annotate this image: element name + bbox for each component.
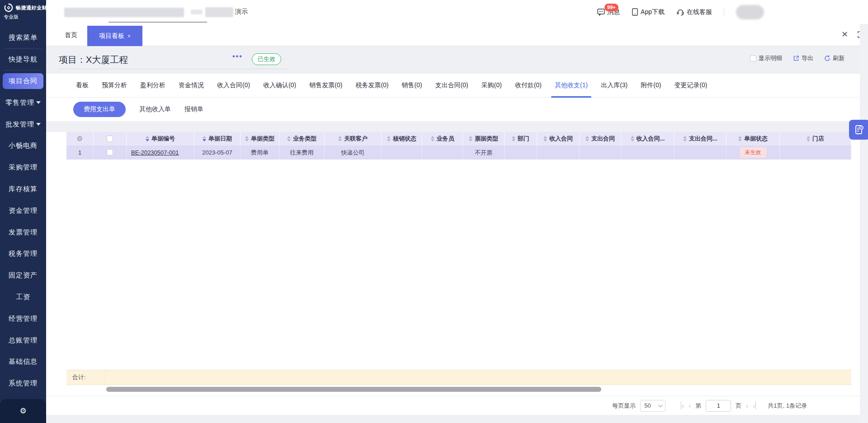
floating-doc-button[interactable] (849, 120, 868, 140)
sidebar-item-invoice[interactable]: 发票管理 (0, 221, 46, 243)
tab-income-confirm[interactable]: 收入确认(0) (263, 74, 296, 98)
subtab-reimbursement-docs[interactable]: 报销单 (184, 105, 203, 113)
sort-icon[interactable] (387, 136, 391, 141)
show-detail-checkbox[interactable]: 显示明细 (750, 54, 782, 62)
sidebar-item-project-contract[interactable]: 项目合同 (0, 70, 46, 92)
sidebar-item-ecommerce[interactable]: 小畅电商 (0, 135, 46, 157)
sidebar-item-system[interactable]: 系统管理 (0, 373, 46, 395)
sidebar-item-funds[interactable]: 资金管理 (0, 200, 46, 221)
tab-attachments[interactable]: 附件(0) (641, 74, 661, 98)
tab-board[interactable]: 看板 (76, 74, 89, 98)
sidebar-item-retail[interactable]: 零售管理 (0, 92, 46, 113)
sidebar-item-inventory[interactable]: 库存核算 (0, 179, 46, 200)
refresh-button[interactable]: 刷新 (824, 54, 844, 62)
col-doc-no[interactable]: 单据编号 (127, 132, 194, 146)
doc-clock-icon (854, 124, 865, 135)
last-page-button[interactable]: › (753, 402, 756, 409)
checkbox-icon[interactable] (107, 149, 113, 155)
horizontal-scrollbar[interactable] (66, 387, 851, 392)
settings-gear-icon[interactable]: ⚙ (19, 406, 26, 416)
sort-icon[interactable] (738, 136, 742, 141)
tab-expense-contract[interactable]: 支出合同(0) (435, 74, 468, 98)
sidebar-item-payroll[interactable]: 工资 (0, 287, 46, 308)
col-income-contract-more[interactable]: 收入合同... (621, 132, 675, 146)
sidebar-item-search-menu[interactable]: 搜索菜单 (0, 27, 46, 49)
sidebar-item-fixed-assets[interactable]: 固定资产 (0, 265, 46, 287)
close-panel-icon[interactable]: ✕ (841, 30, 848, 38)
close-tab-icon[interactable]: × (127, 33, 131, 39)
col-biz-type[interactable]: 业务类型 (279, 132, 325, 146)
sort-icon[interactable] (585, 136, 589, 141)
sidebar-item-operations[interactable]: 经营管理 (0, 308, 46, 329)
col-writeoff-status[interactable]: 核销状态 (382, 132, 422, 146)
row-checkbox-cell[interactable] (94, 146, 127, 160)
tab-income-contract[interactable]: 收入合同(0) (217, 74, 250, 98)
export-button[interactable]: 导出 (793, 54, 813, 62)
page-number-input[interactable] (706, 400, 731, 412)
sort-icon[interactable] (146, 136, 149, 141)
tab-purchase[interactable]: 采购(0) (481, 74, 502, 98)
messages-button[interactable]: 消息 99+ (597, 8, 620, 16)
tab-change-log[interactable]: 变更记录(0) (674, 74, 707, 98)
cell-salesperson (422, 146, 463, 160)
tab-profit-analysis[interactable]: 盈利分析 (140, 74, 165, 98)
col-expense-contract[interactable]: 支出合同 (580, 132, 621, 146)
col-invoice-type[interactable]: 票据类型 (463, 132, 505, 146)
col-doc-status[interactable]: 单据状态 (726, 132, 780, 146)
scrollbar-thumb[interactable] (106, 387, 601, 392)
select-all-checkbox[interactable] (94, 132, 127, 146)
sort-icon[interactable] (543, 136, 547, 141)
vertical-scroll-area[interactable] (860, 24, 868, 423)
sort-icon[interactable] (469, 136, 472, 141)
subtab-other-income-docs[interactable]: 其他收入单 (139, 105, 171, 113)
col-salesperson[interactable]: 业务员 (422, 132, 463, 146)
tab-home[interactable]: 首页 (65, 24, 77, 46)
col-expense-contract-more[interactable]: 支出合同... (675, 132, 726, 146)
col-income-contract[interactable]: 收入合同 (537, 132, 580, 146)
sidebar-item-wholesale[interactable]: 批发管理 (0, 113, 46, 135)
first-page-button[interactable]: ‹ (681, 402, 684, 409)
sort-icon[interactable] (512, 136, 515, 141)
user-avatar[interactable] (736, 5, 764, 19)
tab-payments[interactable]: 收付款(0) (515, 74, 542, 98)
online-support-button[interactable]: 在线客服 (676, 8, 712, 16)
sort-icon[interactable] (245, 136, 249, 141)
sort-icon[interactable] (287, 136, 291, 141)
tab-sales[interactable]: 销售(0) (402, 74, 422, 98)
sidebar-item-quick-nav[interactable]: 快捷导航 (0, 49, 46, 70)
sort-icon[interactable] (807, 136, 810, 141)
sidebar-item-general-ledger[interactable]: 总账管理 (0, 329, 46, 351)
prev-page-button[interactable]: ‹ (689, 402, 691, 409)
col-doc-date[interactable]: 单据日期 (194, 132, 241, 146)
tab-tax-invoice[interactable]: 税务发票(0) (355, 74, 388, 98)
next-page-button[interactable]: › (746, 402, 748, 409)
subtab-expense-docs[interactable]: 费用支出单 (73, 102, 126, 117)
col-department[interactable]: 部门 (505, 132, 537, 146)
col-doc-type[interactable]: 单据类型 (241, 132, 279, 146)
sort-icon[interactable] (431, 136, 434, 141)
per-page-select[interactable]: 50 (640, 400, 665, 412)
sort-icon[interactable] (683, 136, 687, 141)
tab-project-board[interactable]: 项目看板 × (87, 26, 142, 46)
col-customer[interactable]: 关联客户 (325, 132, 382, 146)
sort-icon[interactable] (338, 136, 342, 141)
sort-icon[interactable] (631, 136, 634, 141)
table-row[interactable]: 1 BE-20230507-001 2023-05-07 费用单 往来费用 快递… (66, 146, 851, 160)
tab-in-out-warehouse[interactable]: 出入库(3) (601, 74, 627, 98)
sidebar-item-purchase[interactable]: 采购管理 (0, 157, 46, 179)
app-download-button[interactable]: App下载 (632, 8, 665, 16)
col-store[interactable]: 门店 (780, 132, 851, 146)
column-settings[interactable]: ⚙ (66, 132, 94, 146)
sort-icon[interactable] (203, 136, 206, 141)
tab-budget-analysis[interactable]: 预算分析 (102, 74, 127, 98)
doc-no-link[interactable]: BE-20230507-001 (131, 149, 179, 156)
tab-funds[interactable]: 资金情况 (179, 74, 204, 98)
checkbox-icon[interactable] (107, 136, 113, 142)
sidebar-item-basic-info[interactable]: 基础信息 (0, 351, 46, 373)
gear-icon[interactable]: ⚙ (77, 135, 83, 142)
checkbox-icon[interactable] (750, 55, 756, 61)
sidebar-item-tax[interactable]: 税务管理 (0, 243, 46, 265)
tab-sales-invoice[interactable]: 销售发票(0) (309, 74, 342, 98)
more-actions-button[interactable]: ••• (232, 52, 243, 61)
tab-other-income-expense[interactable]: 其他收支(1) (555, 74, 588, 98)
